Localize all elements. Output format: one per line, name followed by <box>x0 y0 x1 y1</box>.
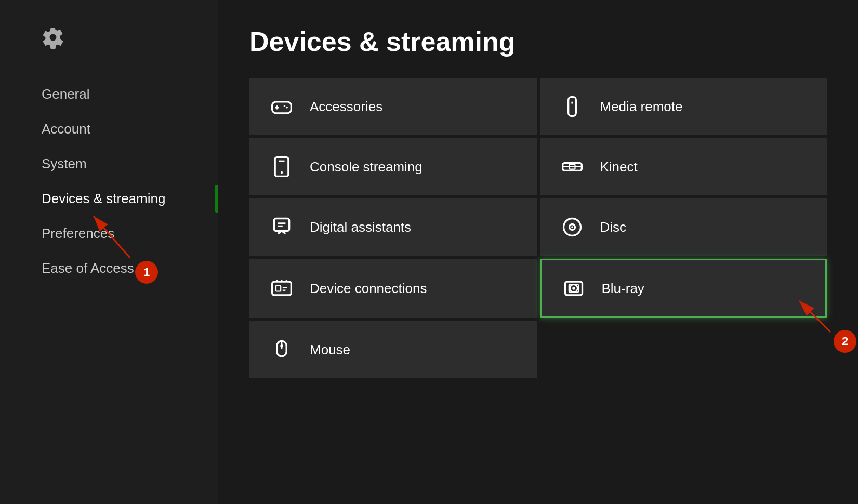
annotation-2-arrow <box>789 296 841 337</box>
sidebar-item-general[interactable]: General <box>0 77 218 112</box>
gamepad-icon <box>268 93 295 120</box>
svg-rect-21 <box>272 282 292 295</box>
annotation-1-badge: 1 <box>135 261 158 284</box>
svg-point-11 <box>281 171 283 174</box>
sidebar-item-label: General <box>42 86 90 102</box>
settings-grid: Accessories Media remote Console stre <box>249 78 827 378</box>
annotation-2-badge: 2 <box>834 330 856 353</box>
grid-item-kinect[interactable]: Kinect <box>540 138 827 195</box>
sidebar-item-label: Account <box>42 121 90 137</box>
remote-icon <box>559 93 586 120</box>
sidebar-navigation: General Account System Devices & streami… <box>0 77 218 286</box>
page-title: Devices & streaming <box>249 26 827 57</box>
svg-point-27 <box>572 287 575 290</box>
console-streaming-label: Console streaming <box>310 159 423 175</box>
blu-ray-label: Blu-ray <box>602 281 644 297</box>
svg-point-20 <box>571 226 573 228</box>
annotation-1-arrow <box>83 206 146 268</box>
grid-item-mouse[interactable]: Mouse <box>249 321 537 378</box>
sidebar-item-label: Devices & streaming <box>42 191 165 207</box>
svg-point-33 <box>280 344 283 348</box>
mouse-icon <box>268 336 295 363</box>
sidebar-item-devices-streaming[interactable]: Devices & streaming 1 <box>0 181 218 216</box>
gear-icon <box>42 26 64 49</box>
digital-assistants-label: Digital assistants <box>310 219 411 235</box>
device-connections-icon <box>268 275 295 302</box>
gear-icon-container <box>0 21 218 67</box>
disc-icon <box>559 214 586 241</box>
svg-rect-15 <box>274 219 289 231</box>
svg-rect-22 <box>276 286 281 291</box>
svg-line-1 <box>94 216 130 258</box>
svg-line-30 <box>799 301 830 332</box>
mouse-label: Mouse <box>310 342 350 358</box>
blu-ray-icon <box>560 275 587 302</box>
sidebar-item-account[interactable]: Account <box>0 112 218 147</box>
grid-item-accessories[interactable]: Accessories <box>249 78 537 135</box>
empty-cell <box>540 321 827 378</box>
sidebar-item-label: System <box>42 156 87 172</box>
grid-item-disc[interactable]: Disc <box>540 198 827 256</box>
kinect-icon <box>559 153 586 180</box>
grid-item-device-connections[interactable]: Device connections <box>249 259 537 318</box>
kinect-label: Kinect <box>600 159 638 175</box>
assistant-icon <box>268 214 295 241</box>
grid-item-media-remote[interactable]: Media remote <box>540 78 827 135</box>
svg-point-5 <box>284 105 286 107</box>
accessories-label: Accessories <box>310 99 382 115</box>
grid-item-digital-assistants[interactable]: Digital assistants <box>249 198 537 256</box>
grid-item-blu-ray[interactable]: Blu-ray 2 <box>540 259 827 318</box>
grid-item-console-streaming[interactable]: Console streaming <box>249 138 537 195</box>
device-connections-label: Device connections <box>310 281 427 297</box>
main-content: Devices & streaming Accessories <box>218 0 858 504</box>
svg-rect-7 <box>568 97 576 116</box>
svg-point-6 <box>286 107 288 109</box>
media-remote-label: Media remote <box>600 99 683 115</box>
sidebar-item-system[interactable]: System <box>0 147 218 181</box>
disc-label: Disc <box>600 219 627 235</box>
phone-icon <box>268 153 295 180</box>
sidebar: General Account System Devices & streami… <box>0 0 218 504</box>
